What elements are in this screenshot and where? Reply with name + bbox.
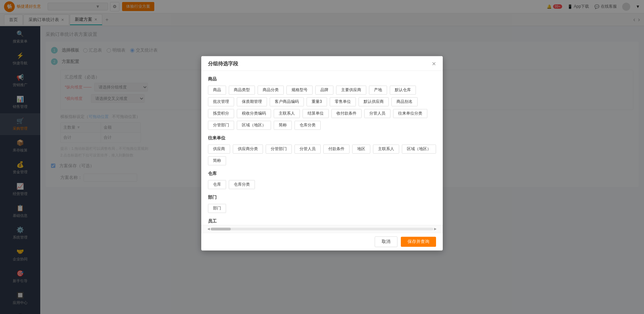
tag-weight[interactable]: 重量3: [307, 97, 327, 106]
tag-supervisor[interactable]: 分管人员: [364, 109, 390, 118]
tag-customer-code[interactable]: 客户商品编码: [270, 97, 304, 106]
section-warehouse-title: 仓库: [208, 171, 436, 177]
tag-supplier[interactable]: 供应商: [208, 144, 230, 153]
tag-brand[interactable]: 品牌: [315, 85, 333, 95]
section-dept-tags: 部门: [208, 204, 436, 213]
tag-supplier-category[interactable]: 供应商分类: [233, 144, 263, 153]
field-select-dialog: 分组待选字段 ✕ 商品 商品 商品类型 商品分类 规格型号 品牌 主要供应商 产…: [201, 56, 443, 250]
confirm-button[interactable]: 保存并查询: [401, 237, 436, 247]
section-warehouse-tags: 仓库 仓库分类: [208, 180, 436, 189]
tag-region-product[interactable]: 区域（地区）: [237, 121, 271, 130]
tag-dept[interactable]: 分管部门: [208, 121, 234, 130]
tag-contact-partner[interactable]: 主联系人: [373, 144, 399, 153]
section-warehouse: 仓库 仓库 仓库分类: [208, 171, 436, 189]
section-employee-title: 员工: [208, 218, 436, 224]
dialog-body: 商品 商品 商品类型 商品分类 规格型号 品牌 主要供应商 产地 默认仓库 批次…: [201, 71, 443, 225]
tag-short-name-product[interactable]: 简称: [274, 121, 292, 130]
dialog-hscroll: ◄ ►: [201, 225, 443, 233]
hscroll-left-arrow[interactable]: ◄: [207, 227, 211, 231]
tag-payment-terms[interactable]: 收付款条件: [331, 109, 362, 118]
tag-region-partner[interactable]: 地区: [352, 144, 370, 153]
tag-partner-category[interactable]: 往来单位分类: [393, 109, 427, 118]
tag-warehouse-cat[interactable]: 仓库分类: [229, 180, 255, 189]
section-partner-tags: 供应商 供应商分类 分管部门 分管人员 付款条件 地区 主联系人 区域（地区） …: [208, 144, 436, 165]
tag-warehouse-category[interactable]: 仓库分类: [294, 121, 321, 130]
tag-retail-unit[interactable]: 零售单位: [330, 97, 356, 106]
tag-origin[interactable]: 产地: [369, 85, 387, 95]
tag-pick-points[interactable]: 拣货积分: [208, 109, 234, 118]
tag-spec-model[interactable]: 规格型号: [286, 85, 313, 95]
dialog-title: 分组待选字段: [208, 61, 238, 67]
tag-warehouse[interactable]: 仓库: [208, 180, 226, 189]
tag-dept-partner[interactable]: 分管部门: [266, 144, 292, 153]
section-product-tags: 商品 商品类型 商品分类 规格型号 品牌 主要供应商 产地 默认仓库 批次管理 …: [208, 85, 436, 130]
section-dept-title: 部门: [208, 194, 436, 200]
tag-product[interactable]: 商品: [208, 85, 226, 95]
tag-batch-mgmt[interactable]: 批次管理: [208, 97, 234, 106]
tag-product-type[interactable]: 商品类型: [229, 85, 255, 95]
hscroll-track: [211, 228, 433, 230]
tag-payment-cond[interactable]: 付款条件: [323, 144, 350, 153]
tag-expiry-mgmt[interactable]: 保质期管理: [237, 97, 267, 106]
tag-main-contact[interactable]: 主联系人: [274, 109, 300, 118]
dialog-footer: 取消 保存并查询: [201, 233, 443, 250]
tag-area-partner[interactable]: 区域（地区）: [402, 144, 436, 153]
hscroll-thumb[interactable]: [211, 228, 231, 230]
tag-settlement-unit[interactable]: 结算单位: [303, 109, 329, 118]
tag-main-supplier[interactable]: 主要供应商: [336, 85, 366, 95]
tag-department[interactable]: 部门: [208, 204, 226, 213]
tag-tax-code[interactable]: 税收分类编码: [237, 109, 271, 118]
cancel-button[interactable]: 取消: [375, 236, 397, 247]
section-product: 商品 商品 商品类型 商品分类 规格型号 品牌 主要供应商 产地 默认仓库 批次…: [208, 76, 436, 130]
section-partner: 往来单位 供应商 供应商分类 分管部门 分管人员 付款条件 地区 主联系人 区域…: [208, 135, 436, 165]
section-product-title: 商品: [208, 76, 436, 82]
dialog-close-btn[interactable]: ✕: [432, 61, 436, 67]
tag-product-alias[interactable]: 商品别名: [391, 97, 418, 106]
hscroll-right-arrow[interactable]: ►: [433, 227, 437, 231]
section-partner-title: 往来单位: [208, 135, 436, 141]
tag-supervisor-partner[interactable]: 分管人员: [294, 144, 321, 153]
section-dept: 部门 部门: [208, 194, 436, 213]
tag-default-warehouse[interactable]: 默认仓库: [390, 85, 416, 95]
tag-product-category[interactable]: 商品分类: [258, 85, 284, 95]
section-employee: 员工 业务员: [208, 218, 436, 225]
dialog-header: 分组待选字段 ✕: [201, 56, 443, 71]
tag-shortname-partner[interactable]: 简称: [208, 156, 226, 165]
tag-default-supplier[interactable]: 默认供应商: [359, 97, 389, 106]
